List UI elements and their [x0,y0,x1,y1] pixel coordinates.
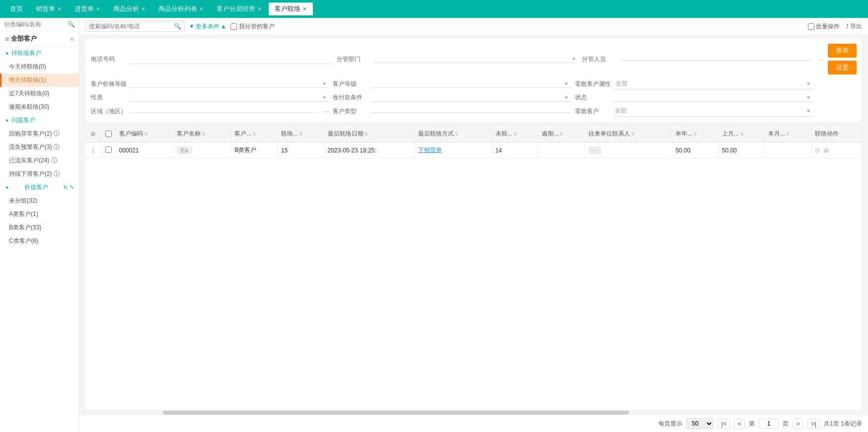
nav-customer-layer[interactable]: 客户分层经营 ✕ [211,2,268,15]
person-select[interactable] [620,58,813,61]
more-action-icon[interactable]: ⊞ [824,147,829,154]
row-code: 000021 [116,143,173,158]
main-layout: 🔍 ⊞ 全部客户 « 待联络客户 今天待联络(0) 明天待联络(1) 近7天待联… [0,18,868,432]
retail-attr-select[interactable]: 全部 ▼ [614,78,813,89]
search-icon[interactable]: 🔍 [68,21,75,28]
row-uncontacted: 14 [492,143,539,158]
settings-button[interactable]: 设置 [828,61,857,74]
sidebar-item-repurchase-anomaly[interactable]: 回购异常客户(2) ⓘ [0,127,79,141]
nav-home[interactable]: 首页 [4,2,29,15]
filter-panel: 电话号码 分管部门 ▼ 分管人员 ··· [85,38,862,122]
batch-checkbox[interactable] [808,23,814,30]
nav-purchase[interactable]: 进货单 ✕ [69,2,106,15]
prev-page-btn[interactable]: < [734,419,745,429]
sidebar-item-ungrouped[interactable]: 未分组(32) [0,194,79,208]
page-input[interactable] [759,419,779,429]
dots-icon[interactable]: ··· [818,55,824,63]
col-this-month: 本月...⇅ [765,126,812,143]
next-page-btn[interactable]: > [793,419,803,429]
sidebar-item-a-class[interactable]: A类客户(1) [0,208,79,221]
query-button[interactable]: 查询 [828,44,857,58]
row-checkbox[interactable] [101,143,116,158]
nav-product-analysis-list[interactable]: 商品分析列表 ✕ [152,2,210,15]
more-conditions-btn[interactable]: ▼ 更多条件 ▲ [189,22,226,31]
export-btn[interactable]: ⤴ 导出 [846,22,862,31]
chevron-down-icon: ▼ [322,95,327,100]
chevron-down-icon: ▼ [571,56,576,62]
nav-product-analysis[interactable]: 商品分析 ✕ [107,2,151,15]
horizontal-scrollbar[interactable] [85,411,862,415]
sidebar-all-customers[interactable]: ⊞ 全部客户 « [0,31,79,47]
customer-level-select[interactable]: ▼ [370,80,571,88]
sidebar-item-tomorrow[interactable]: 明天待联络(1) [0,73,79,87]
sidebar-item-overdue[interactable]: 逾期未联络(30) [0,100,79,114]
close-icon[interactable]: ✕ [57,6,62,12]
nature-select[interactable]: ▼ [129,94,329,102]
edit-icon[interactable]: ✎ [70,184,74,191]
sidebar-search-input[interactable] [4,21,66,28]
contact-person-masked: ··· [588,146,601,154]
customer-type-select[interactable] [370,110,571,113]
page-size-select[interactable]: 50 100 200 [686,418,714,429]
search-icon[interactable]: 🔍 [174,23,181,30]
sidebar-item-b-class[interactable]: B类客户(33) [0,221,79,234]
nav-sales[interactable]: 销货单 ✕ [30,2,68,15]
dept-select[interactable]: ▼ [374,55,579,63]
filter-row-4: 区域（地区） ··· 客户类型 零散客户 全部 ▼ [91,106,857,117]
region-select[interactable] [130,110,318,113]
close-icon[interactable]: ✕ [302,6,307,12]
export-icon: ⤴ [846,23,849,30]
filter-retail-customer: 零散客户 全部 ▼ [575,106,813,117]
row-select-checkbox[interactable] [105,146,112,153]
sidebar-item-7days[interactable]: 近7天待联络(0) [0,87,79,100]
sidebar-item-today[interactable]: 今天待联络(0) [0,60,79,73]
refresh-icon[interactable]: ↻ [63,184,68,191]
chevron-down-icon: ▼ [322,81,327,86]
col-checkbox[interactable] [101,126,116,143]
close-icon[interactable]: ✕ [199,6,204,12]
table-row: 1 000021 Ea B类客户 15 2023-05-23 18:25: 下销… [86,143,862,158]
contact-action-icon[interactable]: ⊙ [815,147,820,154]
filter-status: 状态 ▼ [575,93,813,102]
phone-input[interactable] [129,55,333,64]
retail-customer-select[interactable]: 全部 ▼ [613,106,813,117]
batch-action-btn[interactable]: 批量操作 [808,22,840,31]
my-customers-checkbox[interactable]: 我分管的客户 [230,22,275,31]
my-customers-check[interactable] [230,23,237,30]
collapse-icon[interactable]: « [70,35,74,43]
sidebar-group-problem: 问题客户 [0,114,79,127]
sidebar-item-c-class[interactable]: C类客户(6) [0,234,79,248]
price-level-select[interactable]: ▼ [130,80,329,88]
close-icon[interactable]: ✕ [257,6,262,12]
search-input[interactable] [89,23,172,30]
filter-icon: ▼ [189,23,195,30]
search-toolbar: 🔍 ▼ 更多条件 ▲ 我分管的客户 批量操作 ⤴ 导出 [79,18,868,35]
dots-icon[interactable]: ··· [323,107,329,115]
filter-dept: 分管部门 ▼ [337,55,579,64]
payment-select[interactable]: ▼ [370,94,571,102]
first-page-btn[interactable]: |< [718,419,730,429]
sidebar-item-declining[interactable]: 持续下滑客户(2) ⓘ [0,167,79,181]
chevron-up-icon: ▲ [220,23,226,30]
chevron-down-icon: ▼ [806,95,811,100]
row-actions[interactable]: ⊙ ⊞ [811,143,861,158]
last-page-btn[interactable]: >| [807,419,820,429]
data-table: ⚙ 客户编码⇅ 客户名称⇅ 客户...⇅ 联络...⇅ 最后联络日期⇅ 最后联络… [85,125,862,411]
contact-method-link[interactable]: 下销货单 [418,146,442,153]
close-icon[interactable]: ✕ [96,6,100,12]
scrollbar-thumb[interactable] [163,411,629,415]
status-select[interactable]: ▼ [613,94,813,102]
filter-customer-level: 客户等级 ▼ [333,80,571,88]
close-icon[interactable]: ✕ [141,6,145,12]
row-last-contact-method[interactable]: 下销货单 [415,143,492,158]
filter-phone: 电话号码 [91,55,333,64]
row-this-month [765,143,812,158]
col-gear[interactable]: ⚙ [86,126,101,143]
col-last-contact-method: 最后联络方式⇅ [415,126,492,143]
select-all-checkbox[interactable] [105,131,112,137]
chevron-down-icon: ▼ [806,108,811,114]
content-area: 🔍 ▼ 更多条件 ▲ 我分管的客户 批量操作 ⤴ 导出 [79,18,868,432]
nav-customer-contact[interactable]: 客户联络 ✕ [269,2,313,15]
sidebar-item-churn-warning[interactable]: 流失预警客户(3) ⓘ [0,141,79,154]
sidebar-item-churned[interactable]: 已流失客户(24) ⓘ [0,154,79,167]
